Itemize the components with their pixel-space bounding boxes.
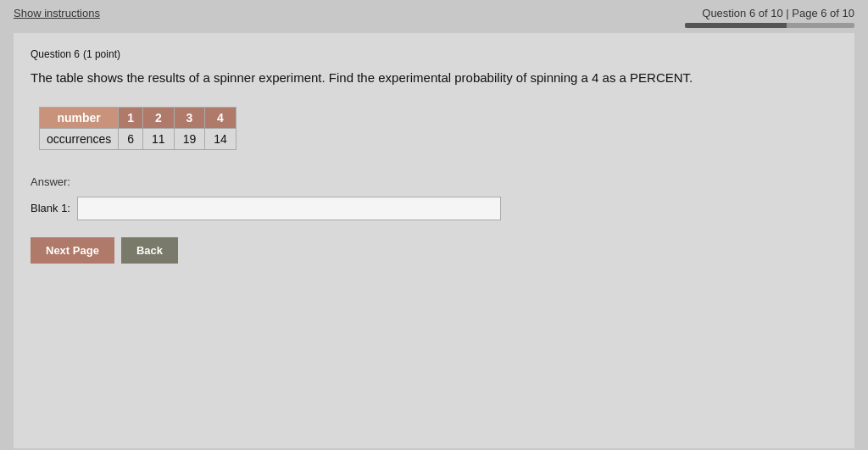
table-number-1: 1 <box>119 107 143 128</box>
table-occurrence-3: 19 <box>174 128 205 149</box>
table-header-label: number <box>40 107 119 128</box>
spinner-table: number 1 2 3 4 occurrences 6 11 19 14 <box>39 107 236 150</box>
next-page-button[interactable]: Next Page <box>31 237 114 264</box>
back-button[interactable]: Back <box>121 237 178 264</box>
button-row: Next Page Back <box>31 237 837 264</box>
table-occurrence-2: 11 <box>143 128 175 149</box>
progress-bar-fill <box>685 23 787 28</box>
content-area: Question 6 (1 point) The table shows the… <box>14 33 854 448</box>
blank-input[interactable] <box>77 197 501 220</box>
question-nav: Question 6 of 10 | Page 6 of 10 <box>702 7 854 19</box>
question-header: Question 6 (1 point) <box>31 47 837 60</box>
table-number-2: 2 <box>143 107 175 128</box>
table-number-4: 4 <box>205 107 236 128</box>
table-occurrence-4: 14 <box>205 128 236 149</box>
progress-bar <box>685 23 854 28</box>
question-number: Question 6 <box>31 48 80 60</box>
table-occurrence-1: 6 <box>119 128 143 149</box>
table-number-3: 3 <box>174 107 205 128</box>
table-occurrence-label: occurrences <box>40 128 119 149</box>
question-text: The table shows the results of a spinner… <box>31 69 837 88</box>
blank-row: Blank 1: <box>31 197 837 220</box>
question-points: (1 point) <box>83 48 120 60</box>
show-instructions-link[interactable]: Show instructions <box>14 7 100 19</box>
answer-label: Answer: <box>31 175 837 188</box>
blank-label: Blank 1: <box>31 202 70 214</box>
